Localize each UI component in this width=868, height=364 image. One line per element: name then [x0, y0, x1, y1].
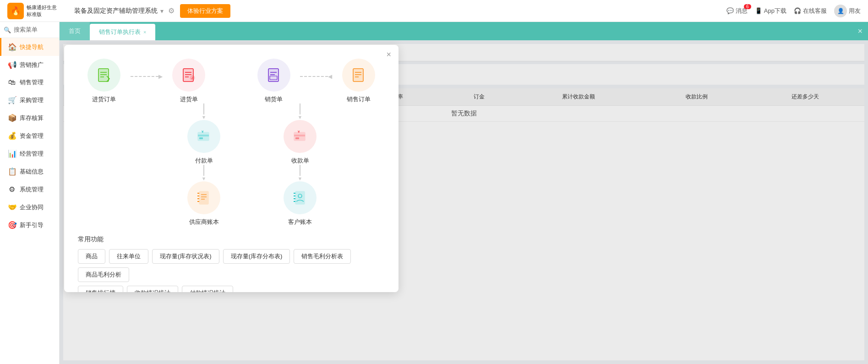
guide-icon: 🎯 [8, 221, 16, 229]
common-btn-stock-dist[interactable]: 现存量(库存分布表) [223, 249, 290, 264]
flow-row-2: ¥ 付款单 [78, 120, 385, 165]
message-icon: 💬 [726, 7, 734, 14]
experience-button[interactable]: 体验行业方案 [180, 4, 230, 18]
common-buttons-row-1: 商品 往来单位 现存量(库存状况表) 现存量(库存分布表) 销售毛利分析表 商品… [78, 249, 385, 282]
sidebar-item-sales[interactable]: 🛍 销售管理 [0, 74, 59, 91]
flow-v-arrows-2: ▼ ▼ [78, 165, 385, 181]
flow-node-customer-ledger[interactable]: 客户账本 [270, 181, 330, 226]
marketing-icon: 📢 [8, 60, 16, 69]
settings-icon[interactable]: ⚙ [168, 6, 175, 15]
flow-node-purchase-bill[interactable]: ✓ 进货单 [163, 59, 215, 103]
common-btn-payment-stats[interactable]: 付款情况统计 [182, 286, 233, 292]
sidebar-item-marketing[interactable]: 📢 营销推广 [0, 56, 59, 74]
tab-sales-order-exec[interactable]: 销售订单执行表 × [90, 24, 155, 40]
sidebar-item-operation[interactable]: 📊 经营管理 [0, 145, 59, 163]
svg-rect-30 [199, 191, 208, 204]
popup-close-button[interactable]: × [386, 50, 391, 59]
flow-node-sales-bill[interactable]: 销货单 [247, 59, 300, 103]
enterprise-icon: 🤝 [8, 203, 16, 212]
svg-rect-28 [295, 137, 299, 139]
sidebar-item-quick-nav[interactable]: 🏠 快捷导航 [0, 38, 59, 56]
flow-node-payment-bill[interactable]: ¥ 付款单 [174, 120, 234, 165]
popup-overlay: × [60, 40, 868, 364]
sales-icon: 🛍 [8, 78, 16, 87]
popup-card: × [64, 45, 399, 292]
svg-rect-0 [98, 69, 109, 81]
operation-icon: 📊 [8, 149, 16, 158]
sales-bill-icon [257, 59, 290, 92]
sidebar-item-inventory[interactable]: 📦 库存核算 [0, 109, 59, 127]
home-icon: 🏠 [8, 43, 16, 51]
purchase-order-icon [87, 59, 120, 92]
flow-v-arrows-1: ▼ ▼ [78, 103, 385, 120]
svg-text:¥: ¥ [297, 130, 300, 134]
headset-icon: 🎧 [794, 7, 801, 14]
payment-bill-icon: ¥ [187, 120, 220, 153]
search-icon: 🔍 [4, 27, 11, 33]
close-all-tabs-button[interactable]: × [857, 27, 863, 36]
svg-rect-27 [294, 135, 305, 136]
user-avatar: 👤 [834, 5, 847, 17]
svg-text:¥: ¥ [201, 130, 204, 134]
common-btn-sales-margin[interactable]: 销售毛利分析表 [294, 249, 351, 264]
common-buttons-row-2: 销售排行榜 收款情况统计 付款情况统计 [78, 286, 385, 292]
purchase-icon: 🛒 [8, 96, 16, 104]
user-menu[interactable]: 👤 用友 [834, 5, 861, 17]
receipt-bill-icon: ¥ [284, 120, 317, 153]
flow-diagram: 进货订单 ▶ [78, 59, 385, 226]
app-download-icon: 📱 [755, 7, 762, 14]
common-btn-sales-rank[interactable]: 销售排行榜 [78, 286, 123, 292]
sidebar-item-guide[interactable]: 🎯 新手引导 [0, 216, 59, 234]
common-functions-section: 常用功能 商品 往来单位 现存量(库存状况表) 现存量(库存分布表) 销售毛利分… [78, 235, 385, 292]
common-btn-goods-margin[interactable]: 商品毛利分析 [78, 267, 129, 282]
message-button[interactable]: 💬 消息 6 [726, 7, 748, 15]
sidebar-item-base[interactable]: 📋 基础信息 [0, 163, 59, 180]
customer-ledger-icon [284, 181, 317, 214]
flow-arrow-purchase-to-bill: ▶ [131, 73, 163, 89]
sidebar-item-system[interactable]: ⚙ 系统管理 [0, 180, 59, 198]
sidebar-item-finance[interactable]: 💰 资金管理 [0, 127, 59, 145]
base-icon: 📋 [8, 167, 16, 176]
flow-arrow-sales-order-to-bill: ◀ [300, 73, 333, 89]
common-btn-partners[interactable]: 往来单位 [109, 249, 148, 264]
svg-rect-17 [353, 69, 363, 81]
flow-node-supplier-ledger[interactable]: 供应商账本 [174, 181, 234, 226]
sidebar-item-purchase[interactable]: 🛒 采购管理 [0, 91, 59, 109]
flow-node-receipt-bill[interactable]: ¥ 收款单 [270, 120, 330, 165]
flow-row-3: 供应商账本 [78, 181, 385, 226]
common-functions-title: 常用功能 [78, 235, 385, 244]
flow-node-sales-order[interactable]: 销售订单 [332, 59, 385, 103]
system-title: 装备及固定资产辅助管理系统 [74, 7, 158, 15]
sidebar-search[interactable]: 🔍 搜索菜单 [0, 22, 59, 38]
inventory-icon: 📦 [8, 114, 16, 122]
system-icon: ⚙ [8, 185, 16, 194]
online-service-button[interactable]: 🎧 在线客服 [794, 7, 827, 15]
common-btn-goods[interactable]: 商品 [78, 249, 105, 264]
tab-close-icon[interactable]: × [143, 29, 146, 35]
flow-row-1: 进货订单 ▶ [78, 59, 385, 103]
sidebar-item-enterprise[interactable]: 🤝 企业协同 [0, 198, 59, 216]
app-download-button[interactable]: 📱 App下载 [755, 7, 786, 15]
tab-bar: 首页 销售订单执行表 × × [60, 22, 868, 40]
tab-home[interactable]: 首页 [60, 22, 90, 40]
common-btn-receipt-stats[interactable]: 收款情况统计 [127, 286, 178, 292]
common-btn-stock-status[interactable]: 现存量(库存状况表) [152, 249, 219, 264]
sales-order-icon [342, 59, 375, 92]
svg-rect-23 [198, 135, 209, 136]
finance-icon: 💰 [8, 131, 16, 140]
svg-text:✓: ✓ [191, 76, 194, 80]
svg-rect-24 [199, 137, 203, 139]
supplier-ledger-icon [187, 181, 220, 214]
flow-node-purchase-order[interactable]: 进货订单 [78, 59, 131, 103]
app-logo-icon: 🔥 [7, 3, 24, 19]
purchase-bill-icon: ✓ [172, 59, 205, 92]
message-badge: 6 [744, 4, 751, 9]
system-dropdown-icon[interactable]: ▾ [160, 7, 164, 15]
app-logo-text: 畅康通好生意 标准版 [27, 4, 57, 17]
